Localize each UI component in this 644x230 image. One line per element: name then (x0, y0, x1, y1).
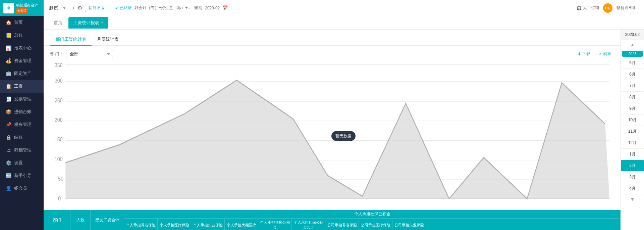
tabs-bar: 首页工资统计报表× (44, 16, 644, 30)
guide-icon: 🆕 (5, 173, 11, 178)
th-group-col-5: 个人承担社保公积金合计 (292, 219, 325, 230)
add-icon[interactable]: + (72, 5, 75, 11)
th-dept: 部门 (44, 210, 70, 230)
content-main: 部门工资统计表月份统计表 部门： 全部 ⬇ 下载 ↺ (44, 30, 621, 230)
rp-month-item-3[interactable]: 8月 (621, 92, 644, 103)
rp-month-item-11[interactable]: 4月 (621, 183, 644, 194)
sidebar-item-invoice[interactable]: 🧾发票管理 (0, 93, 44, 105)
sidebar-label-funds: 资金管理 (14, 58, 32, 64)
rp-up-arrow[interactable]: ▲ (621, 40, 644, 49)
toolbar-right: ⬇ 下载 ↺ 刷新 (575, 50, 614, 58)
svg-text:350: 350 (55, 62, 63, 68)
th-group-cols: 个人承担养老保险个人承担医疗保险个人承担失业保险个人承担大额医疗个人承担住房公积… (124, 219, 620, 230)
sidebar-item-sales[interactable]: 📦进销台账 (0, 105, 44, 118)
sub-tab-monthly[interactable]: 月份统计表 (92, 34, 124, 46)
user-name: 畅捷通B组... (616, 5, 639, 11)
th-group-col-4: 个人承担住房公积金 (258, 219, 292, 230)
refresh-label: 刷新 (603, 51, 611, 57)
tags-text: 好会计（专）+好生意（标）+… (135, 5, 192, 11)
svg-text:50: 50 (58, 176, 63, 182)
th-group-title: 个人承担社保公积金 (124, 210, 620, 219)
rp-month-item-5[interactable]: 10月 (621, 114, 644, 126)
th-group-col-3: 个人承担大额医疗 (225, 219, 258, 230)
sales-icon: 📦 (5, 109, 11, 114)
sidebar-item-archive[interactable]: 🗂归档管理 (0, 144, 44, 156)
sidebar-label-guide: 新手引导 (14, 173, 32, 179)
rp-month-item-8[interactable]: 1月 (621, 149, 644, 160)
toolbar-left: 部门： 全部 (50, 50, 113, 58)
user-avatar[interactable]: CE (603, 3, 612, 13)
tab-salary-report[interactable]: 工资统计报表× (68, 17, 108, 29)
sidebar-label-close: 结账 (14, 134, 23, 140)
topbar-title: 测试 (49, 5, 58, 11)
sidebar-label-tax: 税务管理 (14, 122, 32, 128)
settings-icon[interactable]: ⚙ (77, 5, 82, 11)
sidebar-label-archive: 归档管理 (14, 147, 32, 153)
rp-month-item-10[interactable]: 3月 (621, 172, 644, 183)
sidebar-item-settings[interactable]: ⚙️设置 (0, 156, 44, 169)
rp-month-item-9[interactable]: 2月 (621, 160, 644, 172)
content-area: 部门工资统计表月份统计表 部门： 全部 ⬇ 下载 ↺ (44, 30, 644, 230)
rp-month-item-1[interactable]: 6月 (621, 69, 644, 80)
topbar-arrow-icon: ▼ (62, 6, 66, 10)
th-group-col-8: 公司承担失业保险 (392, 219, 426, 230)
sidebar-item-guide[interactable]: 🆕新手引导 (0, 169, 44, 182)
svg-text:100: 100 (55, 156, 63, 162)
download-btn[interactable]: ⬇ 下载 (575, 50, 593, 58)
switch-old-btn[interactable]: 切到旧版 (85, 4, 108, 12)
sidebar-item-reports[interactable]: 📊报表中心 (0, 42, 44, 54)
rp-date[interactable]: 2023.02 (621, 30, 644, 40)
sidebar-label-settings: 设置 (14, 160, 23, 166)
ledger-icon: 📒 (5, 33, 11, 38)
th-group-col-0: 个人承担养老保险 (124, 219, 158, 230)
right-panel: 2023.02 ▲ 20235月6月7月8月9月10月11月12月1月2月3月4… (621, 30, 644, 230)
sidebar-label-home: 首页 (14, 19, 23, 26)
download-label: 下载 (582, 51, 590, 57)
table-header: 部门 人数 应发工资合计 个人承担社保公积金 个人承担养老保险个人承担医疗保险个… (44, 210, 621, 230)
svg-text:300: 300 (55, 78, 63, 84)
logo-text-block: 畅捷通好会计 专业版 (16, 3, 38, 13)
th-group-col-7: 公司承担医疗保险 (359, 219, 392, 230)
sidebar-item-funds[interactable]: 💰资金管理 (0, 54, 44, 67)
tab-home[interactable]: 首页 (49, 17, 67, 29)
th-group-col-6: 公司承担养老保险 (325, 219, 359, 230)
rp-month-item-7[interactable]: 12月 (621, 137, 644, 149)
th-group-col-2: 个人承担失业保险 (191, 219, 225, 230)
rp-month-item-4[interactable]: 9月 (621, 103, 644, 114)
toolbar: 部门： 全部 ⬇ 下载 ↺ 刷新 (44, 46, 621, 62)
chart-container: 0 50 100 150 200 250 300 350 (44, 62, 621, 210)
topbar: 测试 ▼ + ⚙ 切到旧版 ✔ 已认证 好会计（专）+好生意（标）+… 账期 2… (44, 0, 644, 16)
settings-icon: ⚙️ (5, 160, 11, 166)
main-content: 测试 ▼ + ⚙ 切到旧版 ✔ 已认证 好会计（专）+好生意（标）+… 账期 2… (44, 0, 644, 230)
sub-tab-dept[interactable]: 部门工资统计表 (50, 34, 92, 46)
sidebar-item-member[interactable]: 👤畅会员 (0, 182, 44, 195)
rp-month-item-6[interactable]: 11月 (621, 126, 644, 137)
calendar-icon[interactable]: 📅 (222, 5, 228, 10)
invoice-icon: 🧾 (5, 96, 11, 102)
sidebar-item-close[interactable]: 🔒结账 (0, 131, 44, 144)
chart-svg: 0 50 100 150 200 250 300 350 (50, 62, 614, 206)
rp-down-arrow[interactable]: ▼ (621, 194, 644, 204)
sidebar-item-salary[interactable]: 📋工资 (0, 80, 44, 93)
svg-text:250: 250 (55, 97, 63, 103)
sidebar-item-ledger[interactable]: 📒总账 (0, 29, 44, 42)
help-btn[interactable]: 🎧 人工咨询 (577, 5, 599, 11)
sidebar-item-home[interactable]: 🏠首页 (0, 16, 44, 29)
sidebar-logo: 会 畅捷通好会计 专业版 (0, 0, 44, 16)
close-icon: 🔒 (5, 135, 11, 140)
rp-month-item-2[interactable]: 7月 (621, 80, 644, 92)
sidebar-item-assets[interactable]: 🏢固定资产 (0, 67, 44, 80)
svg-text:150: 150 (55, 136, 63, 142)
rp-year-badge: 2023 (622, 51, 643, 57)
refresh-btn[interactable]: ↺ 刷新 (596, 50, 614, 58)
sidebar-label-reports: 报表中心 (14, 45, 32, 51)
sidebar-label-invoice: 发票管理 (14, 96, 32, 102)
rp-month-item-0[interactable]: 5月 (621, 57, 644, 69)
sub-tab-list: 部门工资统计表月份统计表 (50, 34, 124, 45)
sidebar-item-tax[interactable]: 📌税务管理 (0, 118, 44, 131)
sub-tabs: 部门工资统计表月份统计表 (44, 30, 621, 46)
download-icon: ⬇ (578, 52, 581, 56)
dept-select[interactable]: 全部 (66, 50, 113, 58)
tab-close-salary-report[interactable]: × (101, 20, 104, 25)
tax-icon: 📌 (5, 122, 11, 127)
